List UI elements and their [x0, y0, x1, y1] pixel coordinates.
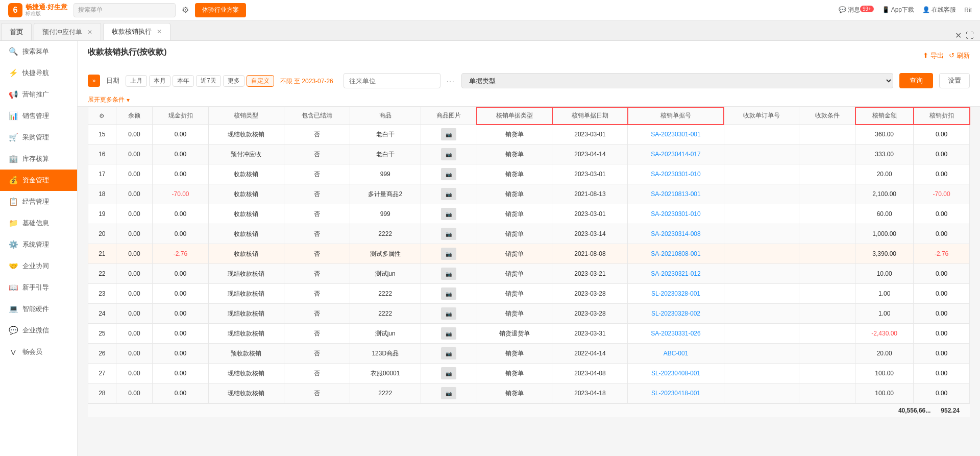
- table-row: 28 0.00 0.00 现结收款核销 否 2222 📷 销货单 2023-04…: [88, 383, 970, 403]
- doc-no-link[interactable]: SA-20210813-001: [651, 190, 700, 198]
- tab-prepay-close[interactable]: ✕: [87, 29, 92, 36]
- doc-no-link[interactable]: SL-20230328-002: [651, 310, 700, 317]
- doc-no-link[interactable]: SA-20230301-001: [651, 131, 700, 138]
- refresh-btn[interactable]: ↺ 刷新: [949, 51, 970, 60]
- sidebar-item-sales[interactable]: 📊 销售管理: [0, 105, 77, 127]
- this-month-btn[interactable]: 本月: [149, 75, 170, 87]
- sidebar-item-system[interactable]: ⚙️ 系统管理: [0, 234, 77, 255]
- message-btn[interactable]: 💬 消息99+: [839, 6, 874, 14]
- th-doc-no: 核销单据号: [628, 107, 724, 125]
- cell-no: 20: [88, 224, 116, 244]
- cell-cond: [799, 244, 855, 264]
- doc-no-link[interactable]: SA-20230314-008: [651, 230, 700, 237]
- doc-no-link[interactable]: SA-20230331-026: [651, 330, 700, 337]
- cell-goods: 老白干: [350, 125, 421, 145]
- th-settings[interactable]: ⚙: [88, 107, 116, 125]
- dots-separator: ···: [447, 77, 455, 85]
- cell-no: 16: [88, 145, 116, 164]
- from-unit-input[interactable]: [344, 73, 440, 88]
- th-included: 包含已结清: [284, 107, 350, 125]
- doc-no-link[interactable]: SL-20230418-001: [651, 390, 700, 397]
- sidebar-item-finance[interactable]: 💰 资金管理: [0, 170, 77, 191]
- sidebar-item-marketing[interactable]: 📢 营销推广: [0, 84, 77, 105]
- logo-icon: 6: [8, 3, 22, 17]
- last-7days-btn[interactable]: 近7天: [196, 75, 221, 87]
- last-month-btn[interactable]: 上月: [126, 75, 147, 87]
- cell-balance: 0.00: [116, 145, 153, 164]
- cell-cash-discount: 0.00: [153, 204, 209, 224]
- sidebar-item-hardware[interactable]: 💻 智能硬件: [0, 298, 77, 320]
- sales-icon: 📊: [8, 111, 18, 121]
- sidebar-item-search[interactable]: 🔍 搜索菜单: [0, 41, 77, 62]
- close-tab-btn[interactable]: ✕: [955, 31, 962, 40]
- settings-icon[interactable]: ⚙: [182, 5, 189, 15]
- doc-no-link[interactable]: SA-20230414-017: [651, 151, 700, 158]
- content-area: 收款核销执行(按收款) ⬆ 导出 ↺ 刷新 » 日期 上月 本月 本年 近7天 …: [78, 41, 980, 456]
- custom-date-btn[interactable]: 自定义: [247, 75, 274, 87]
- cell-doc-date: 2023-03-31: [552, 324, 628, 344]
- filter-bar: » 日期 上月 本月 本年 近7天 更多 自定义 不限 至 2023-07-26…: [88, 68, 970, 93]
- maximize-btn[interactable]: ⛶: [966, 31, 974, 40]
- this-year-btn[interactable]: 本年: [173, 75, 194, 87]
- cell-doc-type: 销货单: [477, 224, 552, 244]
- cell-order-no: [724, 184, 799, 204]
- cell-cond: [799, 264, 855, 284]
- cell-balance: 0.00: [116, 324, 153, 344]
- online-service-btn[interactable]: 👤 在线客服: [922, 6, 956, 14]
- user-name: Rit: [964, 7, 972, 14]
- doc-no-link[interactable]: SL-20230408-001: [651, 370, 700, 377]
- cell-cash-discount: -2.76: [153, 244, 209, 264]
- filter-expand-btn[interactable]: »: [88, 75, 100, 87]
- sidebar-item-operations[interactable]: 📋 经营管理: [0, 191, 77, 212]
- cell-doc-date: 2023-03-01: [552, 164, 628, 184]
- table-row: 22 0.00 0.00 现结收款核销 否 测试jun 📷 销货单 2023-0…: [88, 264, 970, 284]
- sidebar-item-collab[interactable]: 🤝 企业协同: [0, 255, 77, 277]
- doc-no-link[interactable]: ABC-001: [664, 350, 689, 357]
- cell-doc-no: SL-20230328-002: [628, 304, 724, 324]
- page-title: 收款核销执行(按收款): [88, 47, 167, 58]
- cell-included: 否: [284, 264, 350, 284]
- cell-discount: 0.00: [914, 284, 970, 304]
- doc-type-select[interactable]: 单据类型: [461, 73, 893, 88]
- doc-no-link[interactable]: SL-20230328-001: [651, 290, 700, 297]
- sidebar-item-basic[interactable]: 📁 基础信息: [0, 212, 77, 234]
- doc-no-link[interactable]: SA-20210808-001: [651, 250, 700, 257]
- cell-order-no: [724, 125, 799, 145]
- export-btn[interactable]: ⬆ 导出: [923, 51, 944, 60]
- date-filter-label: 日期: [106, 76, 119, 85]
- sidebar-item-purchase[interactable]: 🛒 采购管理: [0, 127, 77, 148]
- cell-cond: [799, 364, 855, 383]
- cell-amount: 10.00: [855, 264, 914, 284]
- sidebar-item-member[interactable]: V 畅会员: [0, 341, 77, 363]
- cell-discount: 0.00: [914, 145, 970, 164]
- tab-receipt[interactable]: 收款核销执行 ✕: [103, 23, 170, 40]
- setting-btn[interactable]: 设置: [939, 73, 970, 88]
- doc-no-link[interactable]: SA-20230301-010: [651, 210, 700, 218]
- sidebar-item-wechat[interactable]: 💬 企业微信: [0, 320, 77, 341]
- industry-btn[interactable]: 体验行业方案: [195, 3, 246, 17]
- cell-doc-date: 2022-04-14: [552, 344, 628, 364]
- brand-sub: 标准版: [26, 11, 67, 17]
- cell-order-no: [724, 383, 799, 403]
- sidebar-item-inventory[interactable]: 🏢 库存核算: [0, 148, 77, 170]
- sidebar-label-purchase: 采购管理: [22, 133, 49, 142]
- tab-receipt-close[interactable]: ✕: [157, 28, 162, 35]
- app-download-btn[interactable]: 📱 App下载: [882, 6, 914, 14]
- table-row: 21 0.00 -2.76 收款核销 否 测试多属性 📷 销货单 2021-08…: [88, 244, 970, 264]
- tab-prepay[interactable]: 预付冲应付单 ✕: [34, 23, 101, 40]
- expand-more-btn[interactable]: 展开更多条件 ▾: [88, 93, 970, 106]
- sidebar-item-newbie[interactable]: 📖 新手引导: [0, 277, 77, 298]
- footer-amount: 40,556,66...: [898, 407, 930, 414]
- cell-doc-type: 销货单: [477, 164, 552, 184]
- tab-home[interactable]: 首页: [1, 23, 32, 40]
- brand-name: 畅捷通·好生意: [26, 3, 67, 11]
- sidebar-item-quicknav[interactable]: ⚡ 快捷导航: [0, 62, 77, 84]
- more-btn[interactable]: 更多: [223, 75, 244, 87]
- hardware-icon: 💻: [8, 304, 18, 314]
- query-btn[interactable]: 查询: [899, 73, 933, 88]
- cell-goods-img: 📷: [421, 324, 477, 344]
- doc-no-link[interactable]: SA-20230301-010: [651, 171, 700, 178]
- cell-discount: 0.00: [914, 324, 970, 344]
- doc-no-link[interactable]: SA-20230321-012: [651, 270, 700, 277]
- th-cash-discount: 现金折扣: [153, 107, 209, 125]
